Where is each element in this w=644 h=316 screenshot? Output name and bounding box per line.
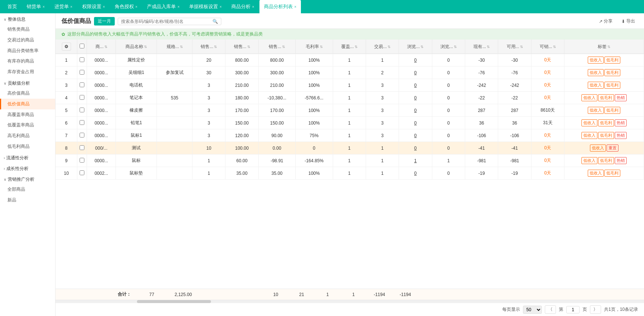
close-icon[interactable]: × [252, 5, 254, 9]
browse1-link[interactable]: 0 [414, 120, 417, 126]
col-stock[interactable]: 现有...⇅ [465, 40, 498, 54]
sidebar-item-high-value[interactable]: 高价值商品 [0, 88, 55, 99]
nav-roles[interactable]: 角色授权 × [110, 0, 142, 13]
close-icon[interactable]: × [43, 5, 45, 9]
row-browse1[interactable]: 0 [399, 67, 432, 79]
row-checkbox[interactable] [80, 82, 84, 87]
row-browse1[interactable]: 0 [399, 54, 432, 67]
row-checkbox-cell[interactable] [77, 54, 87, 67]
close-icon[interactable]: × [177, 5, 180, 9]
sidebar-item-low-margin[interactable]: 低毛利商品 [0, 141, 55, 152]
scrollbar-track[interactable] [56, 300, 644, 303]
browse1-link[interactable]: 0 [414, 146, 417, 151]
sidebar-group-marketing[interactable]: ∨ 营销推广分析 [0, 173, 55, 184]
search-icon[interactable]: 🔍 [212, 19, 218, 24]
nav-finished-goods[interactable]: 产成品入库单 × [142, 0, 184, 13]
browse1-link[interactable]: 1 [414, 158, 417, 163]
browse1-link[interactable]: 0 [414, 83, 417, 88]
close-icon[interactable]: × [70, 5, 73, 9]
sidebar-item-traded-products[interactable]: 交易过的商品 [0, 35, 55, 45]
sidebar-item-high-coverage[interactable]: 高覆盖率商品 [0, 109, 55, 120]
date-filter-button[interactable]: 近一月 [94, 17, 115, 26]
row-browse1[interactable]: 0 [399, 92, 432, 104]
export-button[interactable]: ⬇ 导出 [618, 17, 638, 26]
col-sales-qty[interactable]: 销售...⇅ [192, 40, 225, 54]
row-browse1[interactable]: 0 [399, 129, 432, 142]
row-browse1[interactable]: 0 [399, 117, 432, 129]
table-container[interactable]: ⚙ 商...⇅ 商品名称⇅ 规格...⇅ 销售...⇅ 销售...⇅ 销售...… [56, 40, 644, 289]
gear-button[interactable]: ⚙ [62, 43, 71, 51]
row-checkbox-cell[interactable] [77, 154, 87, 167]
col-browse1[interactable]: 浏览...⇅ [399, 40, 432, 54]
sidebar-item-low-coverage[interactable]: 低覆盖率商品 [0, 120, 55, 130]
row-browse1[interactable]: 0 [399, 79, 432, 92]
page-number-input[interactable] [566, 306, 580, 313]
browse1-link[interactable]: 0 [414, 133, 417, 138]
row-browse1[interactable]: 0 [399, 104, 432, 117]
sidebar-item-high-margin[interactable]: 高毛利商品 [0, 130, 55, 141]
row-browse1[interactable]: 1 [399, 154, 432, 167]
close-icon[interactable]: × [103, 5, 105, 9]
prev-page-button[interactable]: 〈 [545, 305, 556, 314]
nav-home[interactable]: 首页 [3, 0, 21, 13]
col-name[interactable]: 商品名称⇅ [116, 40, 157, 54]
row-checkbox[interactable] [80, 120, 84, 125]
per-page-select[interactable]: 50 100 200 [523, 306, 542, 314]
row-checkbox-cell[interactable] [77, 129, 87, 142]
select-all-checkbox[interactable] [80, 44, 84, 48]
col-gear[interactable]: ⚙ [56, 40, 77, 54]
browse1-link[interactable]: 0 [414, 171, 417, 176]
nav-template[interactable]: 单据模板设置 × [185, 0, 226, 13]
row-browse1[interactable]: 0 [399, 167, 432, 180]
row-checkbox[interactable] [80, 158, 84, 163]
sidebar-item-in-stock[interactable]: 有库存的商品 [0, 56, 55, 67]
row-checkbox-cell[interactable] [77, 67, 87, 79]
col-spec[interactable]: 规格...⇅ [157, 40, 192, 54]
row-checkbox[interactable] [80, 108, 84, 112]
sidebar-item-stock-capital[interactable]: 库存资金占用 [0, 67, 55, 77]
sidebar-item-all-products[interactable]: 全部商品 [0, 184, 55, 195]
browse1-link[interactable]: 0 [414, 70, 417, 75]
browse1-link[interactable]: 0 [414, 95, 417, 101]
share-button[interactable]: ↗ 分享 [596, 17, 616, 26]
row-checkbox[interactable] [80, 57, 84, 62]
nav-permissions[interactable]: 权限设置 × [78, 0, 110, 13]
sidebar-item-sales-products[interactable]: 销售类商品 [0, 24, 55, 35]
row-checkbox[interactable] [80, 70, 84, 75]
sidebar-item-category-rate[interactable]: 商品分类销售率 [0, 45, 55, 56]
next-page-button[interactable]: 〉 [590, 305, 601, 314]
row-checkbox-cell[interactable] [77, 79, 87, 92]
row-checkbox-cell[interactable] [77, 104, 87, 117]
col-cover[interactable]: 覆盖...⇅ [333, 40, 366, 54]
row-checkbox[interactable] [80, 95, 84, 100]
browse1-link[interactable]: 0 [414, 108, 417, 113]
col-tags[interactable]: 标签⇅ [564, 40, 644, 54]
close-icon[interactable]: × [135, 5, 138, 9]
nav-sales[interactable]: 销货单 × [22, 0, 49, 13]
close-icon[interactable]: × [294, 5, 296, 9]
nav-purchase[interactable]: 进货单 × [50, 0, 77, 13]
col-code[interactable]: 商...⇅ [87, 40, 116, 54]
col-sales-avg[interactable]: 销售...⇅ [258, 40, 295, 54]
row-checkbox-cell[interactable] [77, 167, 87, 180]
sidebar-group-growth[interactable]: › 成长性分析 [0, 163, 55, 173]
sidebar-item-low-value[interactable]: 低价值商品 [0, 99, 55, 109]
row-checkbox[interactable] [80, 145, 84, 150]
col-trade[interactable]: 交易...⇅ [366, 40, 399, 54]
col-browse2[interactable]: 浏览...⇅ [432, 40, 465, 54]
col-sellable[interactable]: 可销...⇅ [531, 40, 564, 54]
close-icon[interactable]: × [219, 5, 222, 9]
sidebar-item-new-products[interactable]: 新品 [0, 195, 55, 205]
row-checkbox-cell[interactable] [77, 117, 87, 129]
scrollbar-thumb[interactable] [137, 300, 211, 303]
sidebar-group-circulation[interactable]: › 流通性分析 [0, 152, 55, 163]
row-browse1[interactable]: 0 [399, 142, 432, 154]
col-margin[interactable]: 毛利率⇅ [295, 40, 333, 54]
row-checkbox[interactable] [80, 133, 84, 137]
nav-product-analysis[interactable]: 商品分析 × [227, 0, 259, 13]
sidebar-group-overall[interactable]: ∨ 整体信息 [0, 13, 55, 24]
row-checkbox-cell[interactable] [77, 142, 87, 154]
row-checkbox[interactable] [80, 170, 84, 175]
row-checkbox-cell[interactable] [77, 92, 87, 104]
browse1-link[interactable]: 0 [414, 58, 417, 63]
